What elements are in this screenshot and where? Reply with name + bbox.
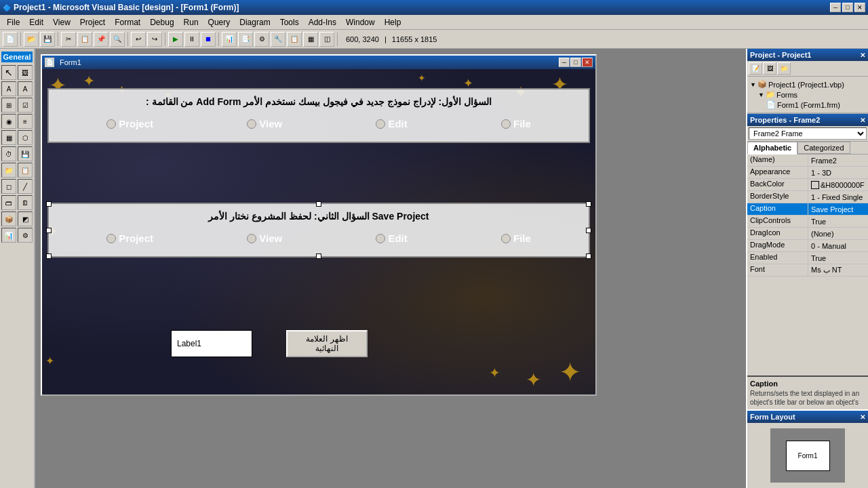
prop-row-borderstyle[interactable]: BorderStyle 1 - Fixed Single xyxy=(747,191,868,203)
toolbar-b5[interactable]: 📋 xyxy=(287,32,302,47)
tool-checkbox[interactable]: ☑ xyxy=(18,98,33,113)
tool-extra3[interactable]: ⚙ xyxy=(18,228,33,243)
prop-row-caption[interactable]: Caption Save Project xyxy=(747,203,868,216)
tool-extra2[interactable]: 📊 xyxy=(1,228,16,243)
tab-categorized[interactable]: Categorized xyxy=(797,142,850,154)
tool-listbox[interactable]: ▦ xyxy=(1,130,16,145)
prop-row-enabled[interactable]: Enabled True xyxy=(747,252,868,264)
title-bar-controls: ─ □ ✕ xyxy=(830,3,865,12)
form-minimize[interactable]: ─ xyxy=(559,58,570,67)
menu-help[interactable]: Help xyxy=(380,16,406,28)
properties-panel-close[interactable]: ✕ xyxy=(860,117,865,124)
prop-row-dragicon[interactable]: DragIcon (None) xyxy=(747,228,868,240)
form-close[interactable]: ✕ xyxy=(582,58,593,67)
tool-data[interactable]: 🗓 xyxy=(18,195,33,210)
tool-extra1[interactable]: ◩ xyxy=(18,211,33,226)
radio1-view[interactable]: View xyxy=(247,118,282,129)
tool-file[interactable]: 📋 xyxy=(18,163,33,178)
tool-combo[interactable]: ≡ xyxy=(18,114,33,129)
tool-ole[interactable]: 📦 xyxy=(1,211,16,226)
toolbar-find[interactable]: 🔍 xyxy=(110,32,125,47)
form-layout-preview[interactable]: Form1 xyxy=(747,423,868,488)
menu-query[interactable]: Query xyxy=(204,16,235,28)
project-toggle-folders[interactable]: 📁 xyxy=(777,62,791,75)
prop-row-dragmode[interactable]: DragMode 0 - Manual xyxy=(747,240,868,252)
tree-form1[interactable]: 📄 Form1 (Form1.frm) xyxy=(750,100,865,110)
tool-picture[interactable]: 🖼 xyxy=(18,65,33,80)
tree-forms[interactable]: ▼ 📁 Forms xyxy=(750,89,865,100)
tab-alphabetic[interactable]: Alphabetic xyxy=(747,142,797,155)
toolbar-b2[interactable]: 📑 xyxy=(238,32,253,47)
radio1-edit[interactable]: Edit xyxy=(376,118,407,129)
button1[interactable]: اظهر العلامة النهائية xyxy=(286,330,368,357)
menu-project[interactable]: Project xyxy=(76,16,109,28)
menu-debug[interactable]: Debug xyxy=(146,16,178,28)
tree-project1[interactable]: ▼ 📦 Project1 (Project1.vbp) xyxy=(750,79,865,89)
menu-tools[interactable]: Tools xyxy=(276,16,303,28)
toolbar-open[interactable]: 📂 xyxy=(24,32,39,47)
toolbar-stop[interactable]: ⏹ xyxy=(201,32,216,47)
radio2-project[interactable]: Project xyxy=(106,232,153,244)
project-view-code[interactable]: 📝 xyxy=(749,62,762,75)
form-content[interactable]: ✦ ✦ ✦ ✦ ✦ ✦ ✦ ✦ ✦ ✦ ✦ ✦ ✦ السؤال الأول: … xyxy=(42,69,595,394)
canvas-area[interactable]: 📄 Form1 ─ □ ✕ ✦ ✦ ✦ ✦ ✦ ✦ xyxy=(35,49,746,488)
radio2-view[interactable]: View xyxy=(247,232,282,244)
form-layout-close[interactable]: ✕ xyxy=(860,413,865,421)
menu-diagram[interactable]: Diagram xyxy=(235,16,274,28)
menu-window[interactable]: Window xyxy=(342,16,379,28)
menu-file[interactable]: File xyxy=(3,16,24,28)
tool-pointer[interactable]: ↖ xyxy=(1,65,16,80)
tool-frame[interactable]: ⊞ xyxy=(1,98,16,113)
form-restore[interactable]: □ xyxy=(570,58,581,67)
radio1-file[interactable]: File xyxy=(501,118,531,129)
toolbar-b6[interactable]: ▦ xyxy=(303,32,318,47)
tool-dir[interactable]: 📁 xyxy=(1,163,16,178)
menu-view[interactable]: View xyxy=(49,16,75,28)
tool-radio[interactable]: ◉ xyxy=(1,114,16,129)
toolbar-run[interactable]: ▶ xyxy=(168,32,183,47)
radio2-project-label: Project xyxy=(119,232,153,244)
tool-hscroll[interactable]: ⬡ xyxy=(18,130,33,145)
tool-shape[interactable]: ◻ xyxy=(1,179,16,194)
toolbar-b3[interactable]: ⚙ xyxy=(254,32,269,47)
menu-addins[interactable]: Add-Ins xyxy=(304,16,340,28)
toolbar-paste[interactable]: 📌 xyxy=(94,32,108,47)
toolbar-redo[interactable]: ↪ xyxy=(147,32,162,47)
prop-row-font[interactable]: Font Ms ب NT xyxy=(747,264,868,277)
prop-object-selector[interactable]: Frame2 Frame xyxy=(749,127,867,140)
prop-row-clipcontrols[interactable]: ClipControls True xyxy=(747,216,868,228)
toolbar-b7[interactable]: ◫ xyxy=(319,32,334,47)
tool-drive[interactable]: 💾 xyxy=(18,146,33,161)
toolbar-undo[interactable]: ↩ xyxy=(131,32,146,47)
prop-row-backcolor[interactable]: BackColor &H8000000F xyxy=(747,179,868,191)
toolbar-b4[interactable]: 🔧 xyxy=(271,32,285,47)
tool-label[interactable]: A xyxy=(1,81,16,96)
tool-image[interactable]: 🗃 xyxy=(1,195,16,210)
handle-ml xyxy=(46,228,52,233)
restore-button[interactable]: □ xyxy=(842,3,853,12)
project-view-object[interactable]: 🖼 xyxy=(763,62,776,75)
tool-textbox[interactable]: A xyxy=(18,81,33,96)
tool-line[interactable]: ╱ xyxy=(18,179,33,194)
prop-row-appearance[interactable]: Appearance 1 - 3D xyxy=(747,167,868,179)
minimize-button[interactable]: ─ xyxy=(830,3,841,12)
prop-row-name[interactable]: (Name) Frame2 xyxy=(747,155,868,167)
toolbar-copy[interactable]: 📋 xyxy=(77,32,92,47)
toolbar-save[interactable]: 💾 xyxy=(40,32,55,47)
radio1-project[interactable]: Project xyxy=(106,118,153,129)
label1[interactable]: Label1 xyxy=(171,330,252,357)
tool-timer[interactable]: ⏱ xyxy=(1,146,16,161)
menu-run[interactable]: Run xyxy=(180,16,203,28)
toolbar-new[interactable]: 📄 xyxy=(3,32,18,47)
radio2-project-circle xyxy=(106,234,116,243)
toolbar-cut[interactable]: ✂ xyxy=(61,32,76,47)
project-panel-close[interactable]: ✕ xyxy=(860,52,865,59)
toolbar-pause[interactable]: ⏸ xyxy=(184,32,199,47)
main-layout: General ↖ 🖼 A A ⊞ ☑ ◉ ≡ ▦ ⬡ ⏱ 💾 📁 📋 ◻ ╱ … xyxy=(0,49,868,488)
radio2-file[interactable]: File xyxy=(501,232,531,244)
menu-format[interactable]: Format xyxy=(111,16,144,28)
toolbar-b1[interactable]: 📊 xyxy=(222,32,237,47)
menu-edit[interactable]: Edit xyxy=(25,16,47,28)
close-button[interactable]: ✕ xyxy=(854,3,865,12)
radio2-edit[interactable]: Edit xyxy=(376,232,407,244)
